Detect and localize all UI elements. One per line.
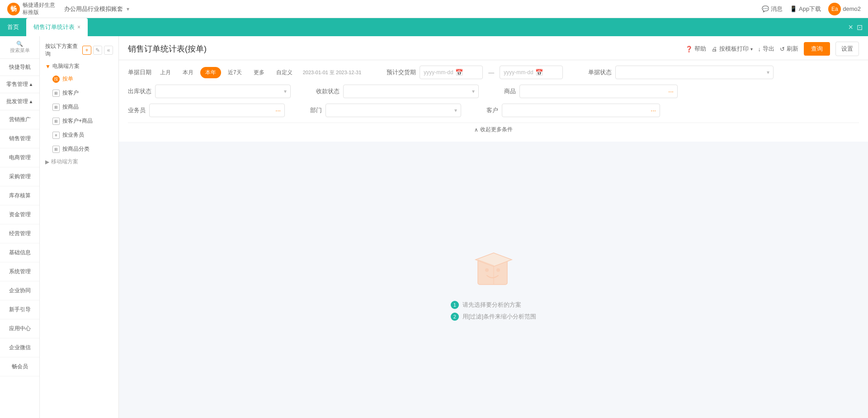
salesperson-input[interactable]: ··· bbox=[149, 104, 285, 117]
empty-icon bbox=[467, 239, 521, 294]
date-separator: — bbox=[488, 69, 494, 76]
sidebar-item-finance[interactable]: 资金管理 bbox=[0, 205, 39, 224]
sidebar-item-marketing[interactable]: 营销推广 bbox=[0, 110, 39, 129]
scheme-item-by-salesperson[interactable]: ≡ 按业务员 bbox=[40, 128, 118, 142]
shipment-dropdown-icon: ▾ bbox=[284, 88, 287, 95]
message-btn[interactable]: 💬 消息 bbox=[762, 5, 783, 13]
pc-scheme-title: ▼ 电脑端方案 bbox=[40, 61, 118, 72]
scheme-item-by-product-category[interactable]: ⊞ 按商品分类 bbox=[40, 142, 118, 156]
page-header: 销售订单统计表(按单) ❓ 帮助 🖨 按模板打印 ▾ ↓ bbox=[119, 36, 868, 60]
sidebar-item-ecommerce[interactable]: 电商管理 bbox=[0, 148, 39, 167]
sidebar-item-member[interactable]: 畅会员 bbox=[0, 357, 39, 376]
collapse-scheme-btn[interactable]: « bbox=[104, 46, 113, 55]
tab-home[interactable]: 首页 bbox=[0, 18, 26, 36]
customer-label: 客户 bbox=[486, 106, 498, 114]
top-bar-right: 💬 消息 📱 App下载 Ea demo2 bbox=[762, 3, 861, 15]
date-tab-custom[interactable]: 自定义 bbox=[271, 67, 297, 78]
date-start-input[interactable]: yyyy-mm-dd 📅 bbox=[420, 66, 483, 79]
salesperson-picker-icon[interactable]: ··· bbox=[275, 107, 281, 114]
refresh-icon: ↺ bbox=[780, 46, 785, 52]
date-range-display: 2023-01-01 至 2023-12-31 bbox=[303, 69, 362, 76]
sidebar-item-operations[interactable]: 经营管理 bbox=[0, 224, 39, 243]
export-btn[interactable]: ↓ 导出 bbox=[758, 45, 775, 53]
scheme-item-by-order[interactable]: 按 按单 bbox=[40, 72, 118, 86]
date-tab-this-month[interactable]: 本月 bbox=[178, 67, 198, 78]
maximize-window-btn[interactable]: ⊡ bbox=[857, 23, 863, 32]
empty-illustration bbox=[467, 239, 521, 294]
customer-input[interactable]: ··· bbox=[502, 104, 660, 117]
help-btn[interactable]: ❓ 帮助 bbox=[685, 45, 706, 53]
query-btn[interactable]: 查询 bbox=[804, 42, 830, 56]
app-title-dropdown[interactable]: ▾ bbox=[127, 6, 129, 12]
user-area[interactable]: Ea demo2 bbox=[828, 3, 861, 15]
date-tab-this-year[interactable]: 本年 bbox=[200, 67, 221, 78]
tab-sales-order-stats[interactable]: 销售订单统计表 × bbox=[26, 18, 88, 36]
payment-select[interactable]: ▾ bbox=[343, 85, 479, 98]
refresh-btn[interactable]: ↺ 刷新 bbox=[780, 45, 798, 53]
print-icon: 🖨 bbox=[712, 46, 717, 52]
scheme-item-by-customer[interactable]: ⊞ 按客户 bbox=[40, 86, 118, 100]
scheme-item-by-customer-product[interactable]: ⊞ 按客户+商品 bbox=[40, 114, 118, 128]
product-picker-icon[interactable]: ··· bbox=[668, 88, 674, 95]
edit-scheme-btn[interactable]: ✎ bbox=[93, 46, 102, 55]
tip-1-text: 请先选择要分析的方案 bbox=[462, 301, 521, 309]
sidebar-item-system[interactable]: 系统管理 bbox=[0, 262, 39, 281]
collapse-filters-btn[interactable]: ∧ 收起更多条件 bbox=[128, 123, 859, 136]
scheme-item-by-product[interactable]: ⊞ 按商品 bbox=[40, 100, 118, 114]
shipment-select[interactable]: ▾ bbox=[155, 85, 291, 98]
sidebar-item-inventory[interactable]: 库存核算 bbox=[0, 186, 39, 205]
filter-status: 单据状态 ▾ bbox=[588, 66, 774, 79]
date-tab-last-month[interactable]: 上月 bbox=[155, 67, 176, 78]
close-window-btn[interactable]: × bbox=[848, 23, 853, 32]
sidebar-item-purchase[interactable]: 采购管理 bbox=[0, 167, 39, 186]
sidebar-item-sales[interactable]: 销售管理 bbox=[0, 129, 39, 148]
by-product-category-icon: ⊞ bbox=[52, 146, 60, 153]
payment-label: 收款状态 bbox=[316, 87, 340, 95]
avatar: Ea bbox=[828, 3, 841, 15]
sidebar-item-newuser[interactable]: 新手引导 bbox=[0, 300, 39, 319]
svg-point-1 bbox=[485, 268, 489, 272]
department-label: 部门 bbox=[310, 106, 322, 114]
calendar-end-icon: 📅 bbox=[535, 69, 543, 76]
search-label: 搜索菜单 bbox=[4, 47, 36, 54]
message-icon: 💬 bbox=[762, 5, 769, 12]
username: demo2 bbox=[843, 5, 861, 12]
top-bar-left: 畅 畅捷通好生意 标推版 办公用品行业模拟账套 ▾ bbox=[7, 2, 129, 16]
product-input[interactable]: ··· bbox=[519, 85, 678, 98]
print-btn[interactable]: 🖨 按模板打印 ▾ bbox=[712, 45, 753, 53]
date-tab-last-7-days[interactable]: 近7天 bbox=[223, 67, 247, 78]
date-end-input[interactable]: yyyy-mm-dd 📅 bbox=[500, 66, 563, 79]
department-select[interactable]: ▾ bbox=[326, 104, 461, 117]
date-tabs: 上月 本月 本年 近7天 更多 自定义 bbox=[155, 67, 297, 78]
filter-row-3: 业务员 ··· 部门 ▾ 客户 bbox=[128, 104, 859, 117]
by-customer-icon: ⊞ bbox=[52, 90, 60, 97]
filter-department: 部门 ▾ bbox=[310, 104, 461, 117]
status-dropdown-icon: ▾ bbox=[767, 69, 769, 76]
empty-tips: 1 请先选择要分析的方案 2 用[过滤]条件来缩小分析范围 bbox=[451, 301, 536, 321]
main-layout: 🔍 搜索菜单 快捷导航 零售管理 ▲ 批发管理 ▲ 营销推广 销售管理 电商管理… bbox=[0, 36, 868, 418]
settings-btn[interactable]: 设置 bbox=[835, 42, 859, 56]
sidebar-quick-nav[interactable]: 快捷导航 bbox=[0, 59, 39, 76]
product-label: 商品 bbox=[504, 87, 516, 95]
date-tab-more[interactable]: 更多 bbox=[249, 67, 269, 78]
sidebar-item-retail[interactable]: 零售管理 ▲ bbox=[0, 76, 39, 93]
add-scheme-btn[interactable]: + bbox=[82, 46, 91, 55]
customer-picker-icon[interactable]: ··· bbox=[651, 107, 656, 114]
page-title: 销售订单统计表(按单) bbox=[128, 43, 207, 54]
mobile-scheme-section[interactable]: ▶ 移动端方案 bbox=[40, 156, 118, 167]
tab-close-icon[interactable]: × bbox=[77, 24, 80, 30]
filter-salesperson: 业务员 ··· bbox=[128, 104, 285, 117]
sidebar-search[interactable]: 🔍 搜索菜单 bbox=[0, 36, 39, 59]
top-bar: 畅 畅捷通好生意 标推版 办公用品行业模拟账套 ▾ 💬 消息 📱 App下载 E… bbox=[0, 0, 868, 18]
status-select[interactable]: ▾ bbox=[615, 66, 774, 79]
filter-date: 单据日期 上月 本月 本年 近7天 更多 自定义 2023-01-01 至 20… bbox=[128, 67, 361, 78]
help-icon: ❓ bbox=[685, 46, 693, 52]
by-salesperson-icon: ≡ bbox=[52, 132, 60, 139]
app-download-btn[interactable]: 📱 App下载 bbox=[790, 5, 821, 13]
sidebar-item-apps[interactable]: 应用中心 bbox=[0, 319, 39, 338]
sidebar-item-enterprise[interactable]: 企业协同 bbox=[0, 281, 39, 300]
shipment-label: 出库状态 bbox=[128, 87, 151, 95]
sidebar-item-wechat[interactable]: 企业微信 bbox=[0, 338, 39, 357]
sidebar-item-wholesale[interactable]: 批发管理 ▲ bbox=[0, 93, 39, 110]
sidebar-item-basic[interactable]: 基础信息 bbox=[0, 243, 39, 262]
